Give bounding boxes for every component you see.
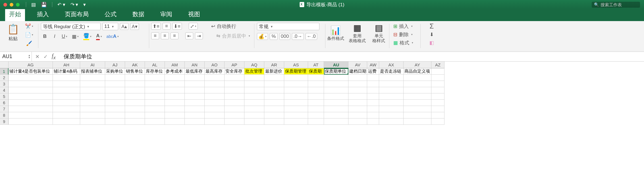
confirm-edit-button[interactable]: ✓	[43, 54, 48, 60]
cell-AT4[interactable]	[308, 87, 324, 93]
autosum-button[interactable]: Σ	[428, 23, 436, 30]
cell-AO1[interactable]: 最高库存	[205, 68, 225, 75]
cell-AJ7[interactable]	[105, 106, 125, 112]
cell-AO4[interactable]	[205, 87, 225, 93]
redo-icon[interactable]: ↷ ▾	[70, 2, 78, 8]
increase-indent-button[interactable]: ⇥	[195, 32, 203, 39]
cell-AK2[interactable]	[125, 75, 145, 81]
cell-AW7[interactable]	[367, 106, 379, 112]
cell-AR5[interactable]	[264, 93, 284, 100]
cell-AU2[interactable]	[324, 75, 348, 81]
cell-AX2[interactable]	[379, 75, 404, 81]
cell-AM9[interactable]	[165, 118, 185, 125]
column-header-AX[interactable]: AX	[379, 62, 404, 68]
cell-AI3[interactable]	[80, 81, 105, 87]
fx-icon[interactable]: fx	[52, 53, 58, 61]
tab-开始[interactable]: 开始	[5, 9, 25, 21]
cell-AO8[interactable]	[205, 112, 225, 118]
cell-AW2[interactable]	[367, 75, 379, 81]
cell-AU6[interactable]	[324, 100, 348, 106]
cell-AN7[interactable]	[185, 106, 205, 112]
decrease-indent-button[interactable]: ⇤	[185, 32, 193, 39]
cell-AG9[interactable]	[9, 118, 53, 125]
cell-AP9[interactable]	[225, 118, 244, 125]
cell-AT9[interactable]	[308, 118, 324, 125]
row-header-1[interactable]: 1	[0, 68, 9, 75]
cell-AT1[interactable]: 保质期	[308, 68, 324, 75]
cell-AQ2[interactable]	[244, 75, 264, 81]
comma-style-button[interactable]: 000	[279, 33, 290, 40]
column-header-AZ[interactable]: AZ	[431, 62, 444, 68]
cell-AX5[interactable]	[379, 93, 404, 100]
name-box[interactable]: AU1 ▲▼	[0, 52, 32, 61]
cell-AG8[interactable]	[9, 112, 53, 118]
row-header-6[interactable]: 6	[0, 100, 9, 106]
cell-AW5[interactable]	[367, 93, 379, 100]
column-header-AY[interactable]: AY	[404, 62, 431, 68]
cell-AI7[interactable]	[80, 106, 105, 112]
cell-AX1[interactable]: 是否走冻链	[379, 68, 404, 75]
column-header-AU[interactable]: AU	[324, 62, 348, 68]
cancel-edit-button[interactable]: ✕	[35, 54, 40, 60]
cell-AP6[interactable]	[225, 100, 244, 106]
column-header-AT[interactable]: AT	[308, 62, 324, 68]
cell-AO3[interactable]	[205, 81, 225, 87]
cell-AY6[interactable]	[404, 100, 431, 106]
cell-AZ5[interactable]	[431, 93, 444, 100]
cell-AR8[interactable]	[264, 112, 284, 118]
cell-AK9[interactable]	[125, 118, 145, 125]
cell-AX7[interactable]	[379, 106, 404, 112]
row-header-5[interactable]: 5	[0, 93, 9, 100]
cell-AZ6[interactable]	[431, 100, 444, 106]
cell-AZ4[interactable]	[431, 87, 444, 93]
cell-AX9[interactable]	[379, 118, 404, 125]
cell-AS3[interactable]	[284, 81, 308, 87]
minimize-window-button[interactable]	[10, 3, 13, 7]
cell-AJ3[interactable]	[105, 81, 125, 87]
cell-AK7[interactable]	[125, 106, 145, 112]
cell-AY7[interactable]	[404, 106, 431, 112]
column-header-AI[interactable]: AI	[80, 62, 105, 68]
cell-AZ1[interactable]	[431, 68, 444, 75]
conditional-formatting-button[interactable]: 📊 条件格式	[325, 25, 346, 41]
align-middle-button[interactable]: ≡	[163, 23, 171, 30]
cell-AH4[interactable]	[53, 87, 80, 93]
sheet-search-input[interactable]	[601, 2, 638, 7]
column-header-AO[interactable]: AO	[205, 62, 225, 68]
cell-AU1[interactable]: 保质期单位	[324, 68, 348, 75]
align-right-button[interactable]: ≡	[171, 32, 178, 39]
column-header-AV[interactable]: AV	[348, 62, 367, 68]
cell-AZ7[interactable]	[431, 106, 444, 112]
cell-AG6[interactable]	[9, 100, 53, 106]
cell-AJ2[interactable]	[105, 75, 125, 81]
cell-AK8[interactable]	[125, 112, 145, 118]
number-format-select[interactable]: 常规 ▼	[257, 23, 319, 30]
save-as-icon[interactable]: 💾	[41, 2, 47, 8]
cell-AZ2[interactable]	[431, 75, 444, 81]
cell-AG1[interactable]: 辅计量4是否包装单位	[9, 68, 53, 75]
column-header-AN[interactable]: AN	[185, 62, 205, 68]
orientation-button[interactable]: ⤢▾	[189, 23, 198, 30]
row-header-4[interactable]: 4	[0, 87, 9, 93]
cell-AH5[interactable]	[53, 93, 80, 100]
cell-AQ1[interactable]: 批次管理	[244, 68, 264, 75]
cell-AQ8[interactable]	[244, 112, 264, 118]
cell-AT7[interactable]	[308, 106, 324, 112]
cell-AJ1[interactable]: 采购单位	[105, 68, 125, 75]
format-cells-button[interactable]: ▦ 格式▾	[392, 39, 417, 46]
fill-color-button[interactable]: 🪣▾	[82, 33, 93, 40]
merge-center-button[interactable]: ⇆ 合并后居中 ▾	[215, 32, 252, 39]
cell-AS7[interactable]	[284, 106, 308, 112]
cell-AV4[interactable]	[348, 87, 367, 93]
close-window-button[interactable]	[3, 3, 7, 7]
cell-AN4[interactable]	[185, 87, 205, 93]
customize-qat-icon[interactable]: ▾	[83, 2, 86, 8]
cell-AG2[interactable]	[9, 75, 53, 81]
cell-AX4[interactable]	[379, 87, 404, 93]
cell-AH3[interactable]	[53, 81, 80, 87]
cell-AT3[interactable]	[308, 81, 324, 87]
paste-button[interactable]: 📋 粘贴	[5, 23, 21, 42]
column-header-AH[interactable]: AH	[53, 62, 80, 68]
cell-AY3[interactable]	[404, 81, 431, 87]
cell-AG3[interactable]	[9, 81, 53, 87]
